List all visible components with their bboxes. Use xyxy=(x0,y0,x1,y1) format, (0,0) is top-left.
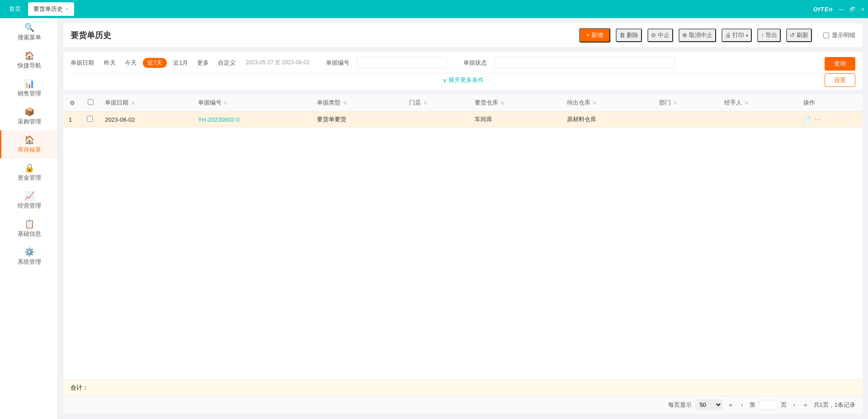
date-option-7days[interactable]: 近7天 xyxy=(143,58,167,68)
restore-btn[interactable]: 🗗 xyxy=(849,6,855,13)
last-page-btn[interactable]: » xyxy=(801,400,810,409)
pagination: 每页显示 50 100 200 « ‹ 第 1 页 › » 共1页，1条记录 xyxy=(668,400,855,410)
date-option-more[interactable]: 更多 xyxy=(194,58,212,68)
settings-icon[interactable]: ⚙ xyxy=(70,100,75,106)
row-more-icon[interactable]: ⋯ xyxy=(815,116,821,123)
wait-warehouse-sort-icon[interactable]: ⇅ xyxy=(593,100,596,105)
col-header-settings[interactable]: ⚙ xyxy=(63,94,81,112)
toolbar-separator xyxy=(817,32,818,39)
col-header-store[interactable]: 门店 ⇅ xyxy=(404,94,469,112)
sidebar-item-purchase-label: 采购管理 xyxy=(18,118,41,126)
row-number-link[interactable]: YH-20230602-0 xyxy=(198,116,240,123)
col-header-req-warehouse[interactable]: 要货仓库 ⇅ xyxy=(469,94,561,112)
filter-row-main: 单据日期 昨天 今天 近7天 近1月 更多 自定义 2023-05-27 至 2… xyxy=(71,57,855,68)
tab-close-icon[interactable]: × xyxy=(66,6,69,12)
doc-number-input[interactable] xyxy=(357,57,447,68)
date-options: 昨天 今天 近7天 近1月 更多 自定义 xyxy=(101,58,238,68)
date-filter-label: 单据日期 xyxy=(71,59,94,67)
stop-button[interactable]: ⊘ 中止 xyxy=(647,29,673,42)
sidebar-item-system[interactable]: ⚙️ 系统管理 xyxy=(0,243,57,271)
query-button[interactable]: 查询 xyxy=(825,57,855,71)
date-option-custom[interactable]: 自定义 xyxy=(215,58,238,68)
summary-label: 合计： xyxy=(71,384,88,391)
brand-label: OfTEn xyxy=(813,6,833,13)
store-sort-icon[interactable]: ⇅ xyxy=(424,100,427,105)
operation-icon: 📈 xyxy=(24,192,34,200)
status-input[interactable] xyxy=(494,57,675,68)
print-button[interactable]: 🖨 打印 ▾ xyxy=(722,29,752,42)
content-area: 要货单历史 + 新增 🗑 删除 ⊘ 中止 ⊗ 取消中止 🖨 打印 ▾ ↑ 导出 … xyxy=(58,18,868,419)
handler-sort-icon[interactable]: ⇅ xyxy=(745,100,748,105)
tab-requisition-label: 要货单历史 xyxy=(33,5,63,13)
row-actions: 📄 ⋯ xyxy=(798,112,863,128)
col-header-department[interactable]: 部门 ⇅ xyxy=(654,94,719,112)
display-detail-checkbox[interactable] xyxy=(823,33,829,38)
col-header-date[interactable]: 单据日期 ⇅ xyxy=(99,94,193,112)
tab-home[interactable]: 首页 xyxy=(4,2,26,16)
sidebar-item-system-label: 系统管理 xyxy=(18,258,41,266)
export-button[interactable]: ↑ 导出 xyxy=(757,29,781,42)
date-sort-icon[interactable]: ⇅ xyxy=(131,100,135,105)
display-detail-toggle[interactable]: 显示明细 xyxy=(823,31,855,39)
page-header: 要货单历史 + 新增 🗑 删除 ⊘ 中止 ⊗ 取消中止 🖨 打印 ▾ ↑ 导出 … xyxy=(63,24,863,47)
toolbar: + 新增 🗑 删除 ⊘ 中止 ⊗ 取消中止 🖨 打印 ▾ ↑ 导出 ↺ 刷新 显… xyxy=(579,28,855,43)
col-header-handler[interactable]: 经手人 ⇅ xyxy=(719,94,797,112)
sidebar-item-inventory[interactable]: 🏠 库存核算 xyxy=(0,130,57,158)
row-edit-icon[interactable]: 📄 xyxy=(803,116,811,123)
prev-page-btn[interactable]: ‹ xyxy=(739,400,746,409)
row-actions-container: 📄 ⋯ xyxy=(803,116,857,123)
first-page-btn[interactable]: « xyxy=(726,400,735,409)
basic-info-icon: 📋 xyxy=(24,220,34,228)
date-option-today[interactable]: 今天 xyxy=(122,58,139,68)
sidebar-item-basic-info[interactable]: 📋 基础信息 xyxy=(0,214,57,243)
row-checkbox[interactable] xyxy=(87,116,93,122)
finance-icon: 🔒 xyxy=(24,164,34,172)
sidebar-item-search-menu[interactable]: 🔍 搜索菜单 xyxy=(0,18,57,46)
cancel-stop-button[interactable]: ⊗ 取消中止 xyxy=(679,29,716,42)
department-sort-icon[interactable]: ⇅ xyxy=(673,100,677,105)
quick-nav-icon: 🏠 xyxy=(24,52,34,60)
sidebar-item-sales[interactable]: 📊 销售管理 xyxy=(0,74,57,102)
col-header-type[interactable]: 单据类型 ⇅ xyxy=(311,94,404,112)
col-header-wait-warehouse[interactable]: 待出仓库 ⇅ xyxy=(561,94,654,112)
number-sort-icon[interactable]: ⇅ xyxy=(224,100,227,105)
col-header-number[interactable]: 单据编号 ⇅ xyxy=(193,94,311,112)
filter-area: 单据日期 昨天 今天 近7天 近1月 更多 自定义 2023-05-27 至 2… xyxy=(63,52,863,90)
status-label: 单据状态 xyxy=(463,59,487,67)
row-store xyxy=(404,112,469,128)
per-page-select[interactable]: 50 100 200 xyxy=(695,400,722,410)
filter-settings-button[interactable]: 设置 xyxy=(825,73,855,87)
sidebar-item-search-label: 搜索菜单 xyxy=(18,33,41,42)
new-button[interactable]: + 新增 xyxy=(579,28,610,43)
date-option-1month[interactable]: 近1月 xyxy=(170,58,191,68)
row-wait-warehouse: 原材料仓库 xyxy=(561,112,654,128)
sidebar-item-purchase[interactable]: 📦 采购管理 xyxy=(0,102,57,130)
sidebar-item-inventory-label: 库存核算 xyxy=(18,146,41,154)
row-department xyxy=(654,112,719,128)
date-option-yesterday[interactable]: 昨天 xyxy=(101,58,118,68)
per-page-label: 每页显示 xyxy=(668,401,692,409)
filter-action-buttons: 查询 设置 xyxy=(825,57,855,87)
refresh-button[interactable]: ↺ 刷新 xyxy=(786,29,812,42)
table-footer: 每页显示 50 100 200 « ‹ 第 1 页 › » 共1页，1条记录 xyxy=(63,395,863,414)
print-dropdown-icon[interactable]: ▾ xyxy=(746,33,748,38)
sidebar-item-operation[interactable]: 📈 经营管理 xyxy=(0,186,57,214)
sidebar-item-quick-nav[interactable]: 🏠 快捷导航 xyxy=(0,46,57,74)
sidebar-item-finance[interactable]: 🔒 资金管理 xyxy=(0,158,57,186)
select-all-checkbox[interactable] xyxy=(88,99,94,105)
table-header-row: ⚙ 单据日期 ⇅ 单据编号 ⇅ xyxy=(63,94,863,112)
current-page-input[interactable]: 1 xyxy=(759,400,777,409)
tab-requisition-history[interactable]: 要货单历史 × xyxy=(28,2,74,16)
sidebar-item-quick-label: 快捷导航 xyxy=(18,62,41,70)
sidebar-item-sales-label: 销售管理 xyxy=(18,90,41,98)
minimize-btn[interactable]: — xyxy=(838,6,844,13)
col-header-check xyxy=(81,94,99,112)
close-btn[interactable]: × xyxy=(861,6,864,13)
expand-button[interactable]: ∨ 展开更多条件 xyxy=(443,76,484,84)
req-warehouse-sort-icon[interactable]: ⇅ xyxy=(500,100,504,105)
type-sort-icon[interactable]: ⇅ xyxy=(343,100,347,105)
filter-expand-row: ∨ 展开更多条件 xyxy=(71,73,855,84)
page-suffix: 页 xyxy=(781,401,787,409)
next-page-btn[interactable]: › xyxy=(790,400,797,409)
delete-button[interactable]: 🗑 删除 xyxy=(616,29,642,42)
